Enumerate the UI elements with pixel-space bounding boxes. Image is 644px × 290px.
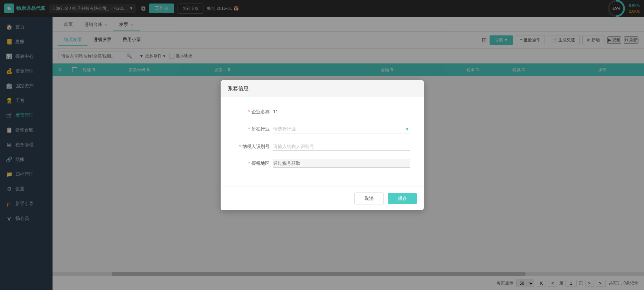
industry-label: * 所在行业 [235, 126, 273, 132]
cancel-button[interactable]: 取消 [354, 193, 384, 204]
dialog-body: * 企业名称 * 所在行业 请选择行业 ▼ * [221, 97, 424, 187]
company-name-input[interactable] [273, 108, 410, 116]
form-row-region: * 报税地区 [235, 159, 410, 168]
company-label: * 企业名称 [235, 109, 273, 115]
dialog-header: 账套信息 [221, 80, 424, 97]
form-row-taxid: * 纳税人识别号 [235, 142, 410, 151]
taxid-label: * 纳税人识别号 [235, 143, 273, 150]
industry-select[interactable]: 请选择行业 ▼ [273, 124, 410, 134]
form-row-company: * 企业名称 [235, 108, 410, 116]
dialog-footer: 取消 保存 [221, 187, 424, 210]
region-input [273, 159, 410, 168]
region-label: * 报税地区 [235, 160, 273, 167]
taxid-input[interactable] [273, 142, 410, 151]
dialog-overlay: 账套信息 * 企业名称 * 所在行业 请选择行业 ▼ [0, 0, 644, 290]
select-chevron-icon: ▼ [405, 126, 410, 132]
form-row-industry: * 所在行业 请选择行业 ▼ [235, 124, 410, 134]
account-info-dialog: 账套信息 * 企业名称 * 所在行业 请选择行业 ▼ [221, 80, 424, 210]
save-button[interactable]: 保存 [388, 193, 417, 204]
industry-placeholder: 请选择行业 [273, 126, 296, 132]
dialog-title: 账套信息 [228, 85, 249, 91]
